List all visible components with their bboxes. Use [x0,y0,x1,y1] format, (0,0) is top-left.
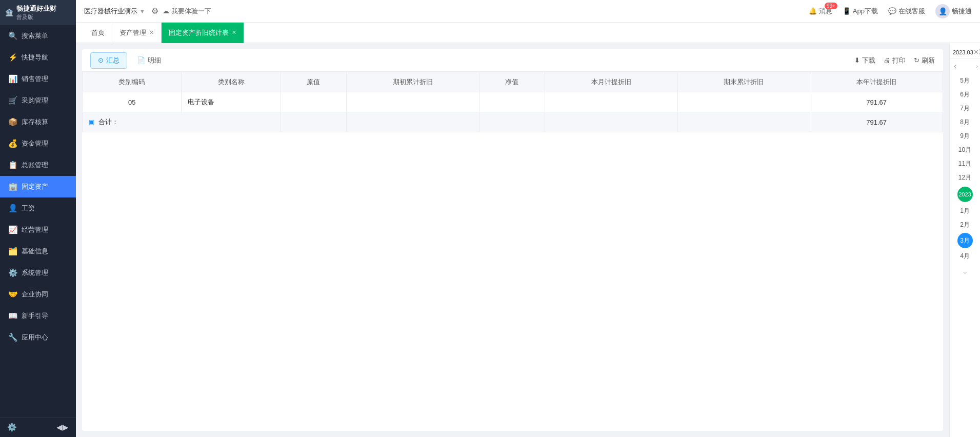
depreciation-table: 类别编码 类别名称 原值 期初累计折旧 净值 本月计提折旧 期末累计折旧 本年计… [82,72,943,132]
prev-year-nav-arrow[interactable]: › [976,63,978,69]
online-service-label: 在线客服 [898,7,925,16]
topbar-left: 医疗器械行业演示 ▼ ⚙ ☁ 我要体验一下 [84,6,211,16]
sidebar-label-inventory: 库存核算 [22,117,48,127]
cell-monthly-dep [545,92,677,112]
sidebar-item-finance[interactable]: 💰 资金管理 [0,133,76,154]
month-11[interactable]: 11月 [950,157,980,171]
tab-asset-management-close[interactable]: ✕ [149,29,154,36]
month-10[interactable]: 10月 [950,143,980,157]
app-download-label: App下载 [853,7,878,16]
month-3[interactable]: 3月 [957,233,973,248]
close-panel-icon[interactable]: ✕ [973,48,979,56]
month-7[interactable]: 7月 [950,102,980,115]
month-12[interactable]: 12月 [950,171,980,185]
app-download-button[interactable]: 📱 App下载 [843,7,878,16]
sidebar-footer: ⚙️ ◀▶ [0,417,76,437]
sidebar-label-sales: 销售管理 [22,74,48,84]
tab-asset-management-label: 资产管理 [119,28,146,37]
notifications-badge: 99+ [825,3,837,9]
refresh-label: 刷新 [922,56,935,65]
sidebar-item-quick-nav[interactable]: ⚡ 快捷导航 [0,47,76,68]
avatar: 👤 [935,4,950,18]
sidebar-item-system[interactable]: ⚙️ 系统管理 [0,262,76,284]
download-button[interactable]: ⬇ 下载 [854,56,875,65]
sidebar-label-apps: 应用中心 [22,333,48,342]
download-icon: ⬇ [854,56,860,64]
sidebar-label-base-info: 基础信息 [22,247,48,256]
sidebar-item-apps[interactable]: 🔧 应用中心 [0,327,76,348]
month-1[interactable]: 1月 [950,204,980,218]
sidebar-nav: 🔍 搜索菜单 ⚡ 快捷导航 📊 销售管理 🛒 采购管理 📦 库存核算 💰 资金管… [0,25,76,417]
sidebar-item-operations[interactable]: 📈 经营管理 [0,219,76,241]
finance-icon: 💰 [8,139,17,148]
ledger-icon: 📋 [8,161,17,170]
sidebar-item-enterprise[interactable]: 🤝 企业协同 [0,284,76,305]
guide-icon: 📖 [8,311,17,321]
col-header-annual-dep: 本年计提折旧 [810,72,943,92]
summary-tab-label: 汇总 [106,56,119,65]
tab-depreciation-report-close[interactable]: ✕ [232,29,236,36]
company-selector[interactable]: 医疗器械行业演示 ▼ [84,7,145,16]
tab-depreciation-report-label: 固定资产折旧统计表 [169,28,229,37]
month-4[interactable]: 4月 [950,249,980,263]
tab-depreciation-report[interactable]: 固定资产折旧统计表 ✕ [162,23,244,43]
sidebar-item-purchase[interactable]: 🛒 采购管理 [0,90,76,111]
col-header-initial-dep: 期初累计折旧 [346,72,479,92]
month-8[interactable]: 8月 [950,115,980,129]
detail-tab-icon: 📄 [137,56,145,64]
sub-tabs-bar: ⊙ 汇总 📄 明细 ⬇ 下载 🖨 打印 [82,49,943,72]
sidebar-label-finance: 资金管理 [22,139,48,148]
table-row: 05 电子设备 791.67 [83,92,943,112]
experience-button[interactable]: ☁ 我要体验一下 [163,7,211,16]
month-6[interactable]: 6月 [950,88,980,102]
col-header-code: 类别编码 [83,72,182,92]
sidebar-item-guide[interactable]: 📖 新手引导 [0,305,76,327]
period-label: 2023.03 [953,49,973,55]
sidebar-item-ledger[interactable]: 📋 总账管理 [0,154,76,176]
refresh-icon: ↻ [914,56,919,64]
year-2023-marker[interactable]: 2023 [957,187,973,202]
sidebar-item-fixed-assets[interactable]: 🏢 固定资产 [0,176,76,197]
summary-row: ▣ 合计： 791.67 [83,112,943,132]
sidebar-item-payroll[interactable]: 👤 工资 [0,197,76,219]
month-2[interactable]: 2月 [950,218,980,232]
sub-tab-summary[interactable]: ⊙ 汇总 [90,52,127,69]
cell-annual-dep: 791.67 [810,92,943,112]
collapse-icon[interactable]: ◀▶ [56,423,69,432]
prev-year-months: 5月 6月 7月 8月 9月 10月 11月 12月 [950,74,980,185]
notifications-button[interactable]: 🔔 消息 99+ [809,7,832,16]
date-panel: 2023.03 ✕ ⛶ ‹ › 5月 6月 7月 8月 9月 10月 11月 1… [949,43,980,437]
base-info-icon: 🗂️ [8,247,17,256]
col-header-end-dep: 期末累计折旧 [677,72,810,92]
month-5[interactable]: 5月 [950,74,980,88]
online-service-button[interactable]: 💬 在线客服 [888,7,925,16]
topbar-right: 🔔 消息 99+ 📱 App下载 💬 在线客服 👤 畅捷通 [809,4,972,18]
user-button[interactable]: 👤 畅捷通 [935,4,972,18]
service-icon: 💬 [888,7,896,15]
print-button[interactable]: 🖨 打印 [884,56,906,65]
sidebar-item-base-info[interactable]: 🗂️ 基础信息 [0,241,76,262]
operations-icon: 📈 [8,225,17,234]
cloud-icon: ☁ [163,7,169,15]
tabs-bar: 首页 资产管理 ✕ 固定资产折旧统计表 ✕ [76,23,980,43]
summary-original [281,112,346,132]
month-9[interactable]: 9月 [950,129,980,143]
sidebar-item-inventory[interactable]: 📦 库存核算 [0,111,76,133]
settings-footer-icon[interactable]: ⚙️ [7,423,17,432]
sub-tab-detail[interactable]: 📄 明细 [129,52,169,69]
sidebar-item-sales[interactable]: 📊 销售管理 [0,68,76,90]
bottom-down-arrow[interactable]: ⌄ [962,266,968,276]
print-icon: 🖨 [884,56,890,64]
sidebar-item-search[interactable]: 🔍 搜索菜单 [0,25,76,47]
col-header-net-value: 净值 [479,72,545,92]
tab-home[interactable]: 首页 [84,23,112,43]
tab-asset-management[interactable]: 资产管理 ✕ [112,23,162,43]
topbar-settings-icon[interactable]: ⚙ [151,6,158,16]
summary-net-value [479,112,545,132]
prev-year-arrow[interactable]: ‹ [952,59,958,73]
content-main: ⊙ 汇总 📄 明细 ⬇ 下载 🖨 打印 [82,49,943,431]
sidebar-label-operations: 经营管理 [22,225,48,234]
app-name: 畅捷通好业财 [16,4,56,13]
sidebar-label-guide: 新手引导 [22,311,48,321]
refresh-button[interactable]: ↻ 刷新 [914,56,935,65]
